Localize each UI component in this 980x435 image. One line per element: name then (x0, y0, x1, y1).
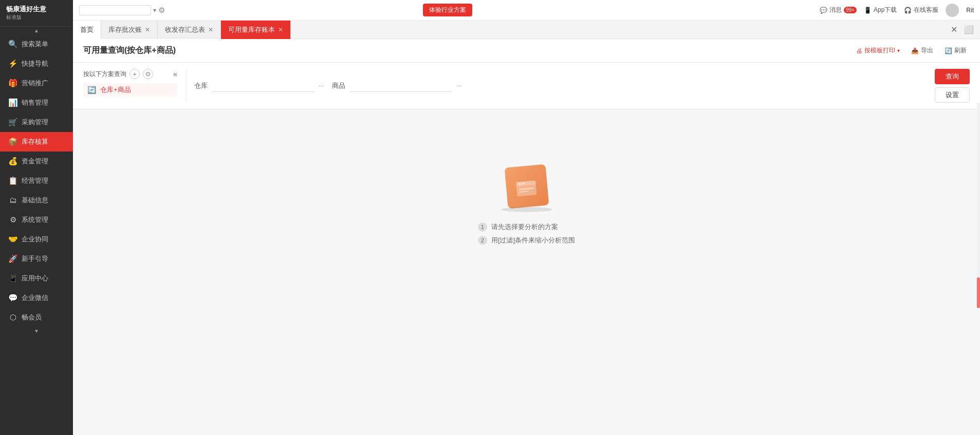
scroll-down-btn[interactable]: ▼ (0, 327, 73, 335)
sidebar-item-label: 快捷导航 (22, 59, 48, 68)
refresh-btn[interactable]: 🔄 刷新 (941, 44, 970, 57)
diamond-icon: ⬡ (8, 313, 17, 322)
sidebar-item-label: 搜索菜单 (22, 40, 48, 49)
sidebar-item-label: 企业微信 (22, 293, 48, 302)
message-badge: 99+ (844, 7, 857, 13)
sidebar-item-wechat[interactable]: 💬 企业微信 (0, 288, 73, 308)
tab-home-label: 首页 (80, 25, 94, 34)
tab-available-ledger[interactable]: 可用量库存账本 ✕ (221, 21, 291, 39)
filter-scheme-settings-btn[interactable]: ⊙ (143, 69, 153, 79)
template-print-btn[interactable]: 🖨 按模板打印 ▾ (853, 44, 903, 57)
dropdown-icon[interactable]: ▾ (153, 7, 156, 14)
tip-text-1: 请先选择要分析的方案 (491, 222, 558, 232)
page-header-actions: 🖨 按模板打印 ▾ 📤 导出 🔄 刷新 (853, 44, 970, 57)
export-icon: 📤 (911, 47, 919, 54)
query-btn[interactable]: 查询 (935, 69, 970, 84)
gear-settings-icon[interactable]: ⚙ (158, 6, 165, 15)
empty-illustration (496, 150, 558, 212)
tip-item-2: 2 用[过滤]条件来缩小分析范围 (478, 236, 575, 245)
sidebar-item-system[interactable]: ⚙ 系统管理 (0, 210, 73, 230)
filter-schemes: 按以下方案查询 ＋ ⊙ « 🔄 仓库+商品 (83, 69, 186, 103)
scrollbar-thumb[interactable] (977, 277, 980, 308)
trial-button[interactable]: 体验行业方案 (423, 4, 472, 16)
sidebar-item-basic[interactable]: 🗂 基础信息 (0, 191, 73, 210)
settings-btn[interactable]: 设置 (935, 87, 970, 103)
maximize-btn[interactable]: ⬜ (961, 25, 976, 34)
tab-receipt-summary[interactable]: 收发存汇总表 ✕ (158, 21, 221, 39)
avatar[interactable] (946, 4, 959, 17)
sidebar-item-marketing[interactable]: 🎁 营销推广 (0, 73, 73, 93)
headset-icon: 🎧 (904, 7, 912, 14)
tab-batch-account[interactable]: 库存批次账 ✕ (101, 21, 158, 39)
sidebar-item-enterprise[interactable]: 🤝 企业协同 (0, 230, 73, 249)
sidebar-item-newbie[interactable]: 🚀 新手引导 (0, 249, 73, 269)
refresh-icon: 🔄 (945, 47, 952, 54)
tab-receipt-label: 收发存汇总表 (165, 25, 205, 34)
message-btn[interactable]: 💬 消息 99+ (820, 6, 857, 14)
tab-available-label: 可用量库存账本 (228, 25, 275, 34)
template-print-label: 按模板打印 (864, 46, 895, 55)
export-label: 导出 (921, 46, 933, 55)
tab-home[interactable]: 首页 (73, 21, 101, 39)
folder-icon: 🗂 (8, 196, 17, 204)
online-service-btn[interactable]: 🎧 在线客服 (904, 6, 938, 14)
sidebar-item-inventory[interactable]: 📦 库存核算 (0, 132, 73, 152)
sidebar-item-label: 基础信息 (22, 196, 48, 205)
sidebar-item-label: 应用中心 (22, 274, 48, 283)
chart-icon: 📊 (8, 98, 17, 107)
top-right-actions: 💬 消息 99+ 📱 App下载 🎧 在线客服 Rit (820, 4, 974, 17)
sidebar-item-label: 库存核算 (22, 137, 48, 146)
sidebar-item-appstore[interactable]: 📱 应用中心 (0, 269, 73, 288)
app-download-btn[interactable]: 📱 App下载 (864, 6, 897, 14)
breadcrumb-input[interactable] (79, 5, 151, 15)
clipboard-icon: 📋 (8, 176, 17, 185)
chat-icon: 💬 (8, 293, 17, 302)
empty-tips: 1 请先选择要分析的方案 2 用[过滤]条件来缩小分析范围 (478, 222, 575, 245)
gift-icon: 🎁 (8, 79, 17, 88)
export-btn[interactable]: 📤 导出 (908, 44, 936, 57)
warehouse-input[interactable] (212, 80, 315, 92)
product-more-btn[interactable]: ··· (456, 82, 461, 89)
filter-title: 按以下方案查询 ＋ ⊙ « (83, 69, 177, 79)
collapse-btn[interactable]: « (173, 70, 177, 78)
warehouse-field: 仓库 ··· (194, 80, 324, 92)
scheme-warehouse-product[interactable]: 🔄 仓库+商品 (83, 83, 177, 97)
close-window-btn[interactable]: ✕ (949, 25, 959, 34)
handshake-icon: 🤝 (8, 235, 17, 244)
filter-title-text: 按以下方案查询 (83, 70, 126, 79)
filter-action-buttons: 查询 设置 (935, 69, 970, 103)
filter-add-btn[interactable]: ＋ (130, 69, 140, 79)
money-icon: 💰 (8, 157, 17, 166)
box-icon: 📦 (8, 137, 17, 146)
tab-receipt-close[interactable]: ✕ (208, 26, 213, 33)
tab-available-close[interactable]: ✕ (278, 26, 283, 33)
printer-icon: 🖨 (856, 47, 862, 54)
sidebar-item-operation[interactable]: 📋 经营管理 (0, 171, 73, 191)
tip-item-1: 1 请先选择要分析的方案 (478, 222, 575, 232)
phone-icon: 📱 (8, 274, 17, 283)
empty-shadow (501, 207, 552, 212)
product-field: 商品 ··· (332, 80, 461, 92)
sidebar-item-label: 资金管理 (22, 157, 48, 166)
flash-icon: ⚡ (8, 59, 17, 68)
scroll-up-btn[interactable]: ▲ (0, 27, 73, 34)
version-label: 标准版 (6, 14, 67, 21)
warehouse-more-btn[interactable]: ··· (319, 82, 324, 89)
top-header: ▾ ⚙ 体验行业方案 💬 消息 99+ 📱 App下载 🎧 在线客服 Rit (73, 0, 980, 21)
sidebar-item-member[interactable]: ⬡ 畅会员 (0, 308, 73, 327)
scrollbar-side[interactable] (977, 103, 980, 308)
sidebar-item-search[interactable]: 🔍 搜索菜单 (0, 34, 73, 54)
product-input[interactable] (349, 80, 452, 92)
sidebar-item-shortcut[interactable]: ⚡ 快捷导航 (0, 54, 73, 73)
sidebar-item-label: 系统管理 (22, 215, 48, 224)
dropdown-arrow-icon: ▾ (897, 48, 900, 53)
tip-num-1: 1 (478, 222, 487, 232)
online-service-label: 在线客服 (914, 6, 938, 14)
sidebar-item-finance[interactable]: 💰 资金管理 (0, 152, 73, 171)
tab-batch-close[interactable]: ✕ (145, 26, 150, 33)
sidebar-item-sales[interactable]: 📊 销售管理 (0, 93, 73, 112)
empty-state: 1 请先选择要分析的方案 2 用[过滤]条件来缩小分析范围 (73, 109, 980, 286)
product-label: 商品 (332, 81, 345, 90)
sidebar-item-purchase[interactable]: 🛒 采购管理 (0, 112, 73, 132)
sidebar-item-label: 采购管理 (22, 118, 48, 127)
